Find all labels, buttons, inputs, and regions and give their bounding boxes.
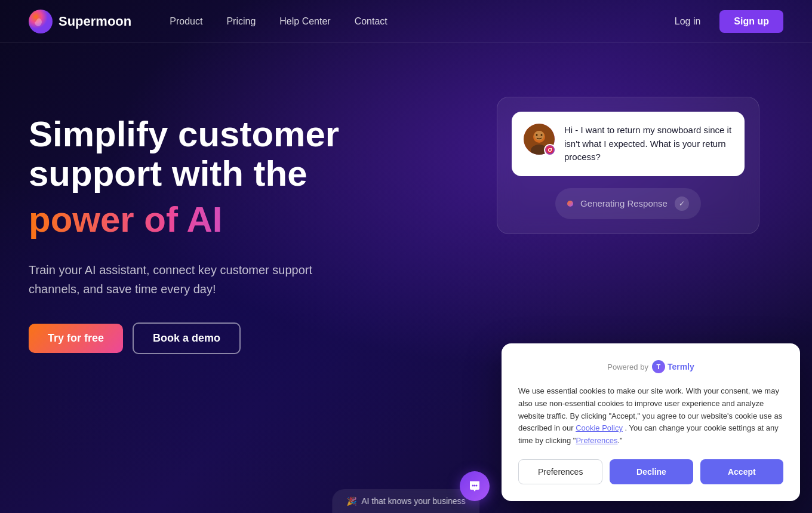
chat-message: Hi - I want to return my snowboard since… xyxy=(512,112,745,176)
svg-point-6 xyxy=(541,134,543,136)
nav-link-help-center[interactable]: Help Center xyxy=(270,11,340,32)
svg-point-12 xyxy=(476,485,478,487)
termly-icon: T xyxy=(652,360,665,373)
logo-text: Supermoon xyxy=(59,14,131,29)
preferences-button[interactable]: Preferences xyxy=(518,459,602,484)
navbar: Supermoon Product Pricing Help Center Co… xyxy=(0,0,812,43)
nav-right: Log in Sign up xyxy=(665,10,783,33)
hero-section: Simplify customer support with the power… xyxy=(29,91,387,354)
svg-point-9 xyxy=(551,148,552,149)
generating-dot xyxy=(567,201,573,207)
svg-rect-7 xyxy=(547,147,553,153)
cookie-body-text3: ." xyxy=(617,436,622,445)
hero-title-line1: Simplify customer xyxy=(29,114,339,154)
decline-button[interactable]: Decline xyxy=(610,459,693,484)
nav-left: Supermoon Product Pricing Help Center Co… xyxy=(29,10,397,33)
powered-by: Powered by T Termly xyxy=(518,360,783,373)
logo-icon xyxy=(29,10,53,33)
svg-point-5 xyxy=(536,134,538,136)
termly-label: Termly xyxy=(668,362,694,371)
login-button[interactable]: Log in xyxy=(665,11,710,32)
hero-title-gradient: power of AI xyxy=(29,198,387,241)
try-free-button[interactable]: Try for free xyxy=(29,324,123,353)
accept-button[interactable]: Accept xyxy=(700,459,783,484)
generating-label: Generating Response xyxy=(580,198,668,208)
hero-title-line2: support with the xyxy=(29,153,307,193)
signup-button[interactable]: Sign up xyxy=(719,10,783,33)
instagram-icon xyxy=(546,146,553,153)
preferences-link[interactable]: Preferences xyxy=(576,436,617,445)
termly-logo: T Termly xyxy=(652,360,694,373)
svg-point-10 xyxy=(472,485,474,487)
cookie-banner: Powered by T Termly We use essential coo… xyxy=(502,343,800,501)
cookie-policy-link[interactable]: Cookie Policy xyxy=(576,423,623,432)
nav-links: Product Pricing Help Center Contact xyxy=(160,11,397,32)
hero-subtitle: Train your AI assistant, connect key cus… xyxy=(29,260,315,299)
nav-link-product[interactable]: Product xyxy=(160,11,212,32)
generating-check-icon: ✓ xyxy=(675,196,689,211)
svg-point-11 xyxy=(474,485,476,487)
hero-buttons: Try for free Book a demo xyxy=(29,322,387,354)
powered-by-label: Powered by xyxy=(607,363,648,371)
book-demo-button[interactable]: Book a demo xyxy=(133,322,241,354)
chat-support-svg xyxy=(467,479,482,493)
chat-card: Hi - I want to return my snowboard since… xyxy=(497,97,759,234)
hero-title: Simplify customer support with the xyxy=(29,115,387,193)
demo-widget: Hi - I want to return my snowboard since… xyxy=(411,91,783,234)
cookie-buttons: Preferences Decline Accept xyxy=(518,459,783,484)
generating-response: Generating Response ✓ xyxy=(555,188,701,219)
chat-support-icon[interactable] xyxy=(460,471,490,501)
cookie-text: We use essential cookies to make our sit… xyxy=(518,385,783,447)
logo-link[interactable]: Supermoon xyxy=(29,10,131,33)
avatar-wrapper xyxy=(524,124,555,155)
nav-link-contact[interactable]: Contact xyxy=(345,11,397,32)
chat-text: Hi - I want to return my snowboard since… xyxy=(564,124,733,164)
nav-link-pricing[interactable]: Pricing xyxy=(217,11,265,32)
instagram-badge xyxy=(544,144,556,156)
